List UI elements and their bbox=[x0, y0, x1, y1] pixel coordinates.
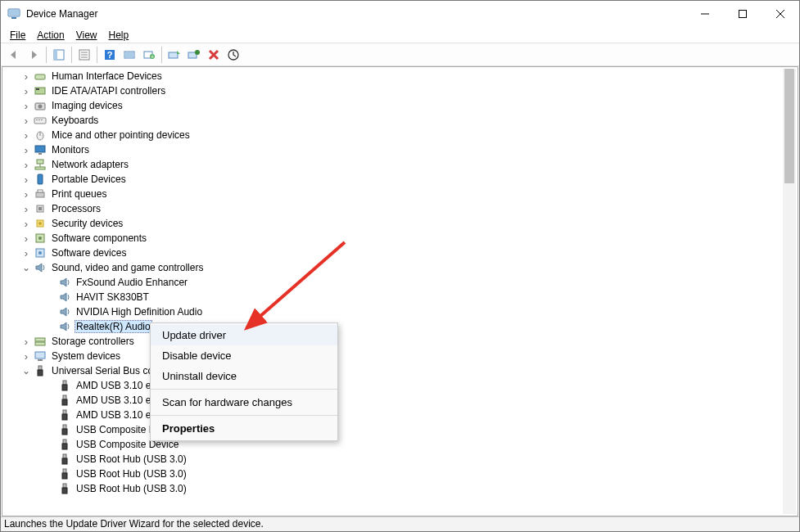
tree-node[interactable]: ›Monitors bbox=[2, 142, 798, 157]
svg-rect-44 bbox=[38, 207, 42, 210]
close-button[interactable] bbox=[762, 1, 799, 27]
expand-icon[interactable]: › bbox=[20, 336, 32, 348]
tree-node-label: NVIDIA High Definition Audio bbox=[75, 306, 204, 318]
device-tree[interactable]: ›Human Interface Devices›IDE ATA/ATAPI c… bbox=[2, 67, 798, 516]
menu-help[interactable]: Help bbox=[103, 28, 135, 43]
tree-node[interactable]: ›Storage controllers bbox=[2, 334, 798, 349]
tree-node[interactable]: ›Keyboards bbox=[2, 113, 798, 128]
expand-icon[interactable]: › bbox=[20, 188, 32, 201]
tree-node[interactable]: AMD USB 3.10 eXtensible Host Controller … bbox=[2, 393, 798, 408]
uninstall-device-button[interactable] bbox=[184, 45, 204, 65]
tree-node[interactable]: ›Mice and other pointing devices bbox=[2, 128, 798, 142]
tree-node[interactable]: ›Print queues bbox=[2, 187, 798, 201]
tree-node[interactable]: HAVIT SK830BT bbox=[2, 290, 798, 304]
tree-node-label: Portable Devices bbox=[50, 174, 128, 185]
svg-rect-61 bbox=[63, 410, 66, 414]
tree-node[interactable]: ›Imaging devices bbox=[2, 98, 798, 113]
tree-node[interactable]: AMD USB 3.10 eXtensible Host Controller … bbox=[2, 378, 798, 393]
tree-node-label: Storage controllers bbox=[50, 336, 136, 347]
tree-node[interactable]: ›System devices bbox=[2, 349, 798, 363]
tree-node[interactable]: ›IDE ATA/ATAPI controllers bbox=[2, 83, 798, 98]
disable-device-button[interactable] bbox=[204, 45, 224, 65]
update-driver-button[interactable] bbox=[165, 45, 184, 65]
monitor-icon bbox=[34, 143, 47, 156]
tree-node[interactable]: ›Security devices bbox=[2, 216, 798, 231]
svg-rect-71 bbox=[63, 484, 66, 488]
maximize-button[interactable] bbox=[724, 1, 762, 27]
context-menu-item[interactable]: Properties bbox=[151, 418, 337, 439]
svg-rect-40 bbox=[38, 174, 43, 184]
expand-icon[interactable]: › bbox=[20, 203, 32, 215]
tree-node-label: Software components bbox=[50, 232, 148, 244]
usb-plug-icon bbox=[58, 438, 71, 451]
expand-icon[interactable]: › bbox=[20, 247, 32, 259]
forward-button[interactable] bbox=[24, 45, 43, 65]
tree-node[interactable]: ›Software devices bbox=[2, 246, 798, 260]
expand-icon[interactable]: › bbox=[20, 350, 32, 363]
tree-node[interactable]: USB Composite Device bbox=[2, 422, 798, 437]
expand-icon[interactable]: › bbox=[20, 159, 32, 171]
properties-button[interactable] bbox=[75, 45, 94, 65]
tree-node[interactable]: NVIDIA High Definition Audio bbox=[2, 304, 798, 319]
minimize-button[interactable] bbox=[686, 1, 724, 27]
expand-icon[interactable]: › bbox=[20, 115, 32, 127]
tree-node[interactable]: Realtek(R) Audio bbox=[2, 319, 798, 334]
tree-node[interactable]: FxSound Audio Enhancer bbox=[2, 275, 798, 290]
expand-icon[interactable]: › bbox=[20, 232, 32, 245]
menu-view[interactable]: View bbox=[70, 28, 103, 43]
menu-file[interactable]: File bbox=[4, 28, 31, 43]
svg-rect-41 bbox=[36, 192, 44, 197]
scan-hardware-button[interactable] bbox=[120, 45, 139, 65]
tree-node[interactable]: ›Software components bbox=[2, 231, 798, 246]
tree-node-label: Network adapters bbox=[50, 159, 130, 170]
svg-rect-54 bbox=[38, 359, 43, 361]
speaker-icon bbox=[58, 291, 71, 304]
tree-node-label: Processors bbox=[50, 203, 102, 214]
tree-node[interactable]: ›Processors bbox=[2, 201, 798, 216]
collapse-icon[interactable]: ⌄ bbox=[20, 262, 32, 273]
help-button[interactable]: ? bbox=[100, 45, 120, 65]
usb-plug-icon bbox=[58, 467, 71, 480]
add-legacy-hardware-button[interactable]: + bbox=[139, 45, 159, 65]
tree-node-label: HAVIT SK830BT bbox=[75, 291, 151, 303]
svg-rect-36 bbox=[38, 153, 42, 155]
expand-icon[interactable]: › bbox=[20, 144, 32, 156]
expand-icon[interactable]: › bbox=[20, 218, 32, 230]
svg-rect-70 bbox=[62, 473, 67, 479]
context-menu-item[interactable]: Uninstall device bbox=[151, 366, 337, 386]
tree-node[interactable]: USB Root Hub (USB 3.0) bbox=[2, 481, 798, 496]
expand-icon[interactable]: › bbox=[20, 85, 32, 97]
tree-node-label: Keyboards bbox=[50, 115, 100, 126]
tree-node[interactable]: ›Network adapters bbox=[2, 157, 798, 172]
menu-action[interactable]: Action bbox=[31, 28, 70, 43]
context-menu-item[interactable]: Update driver bbox=[151, 325, 337, 345]
back-button[interactable] bbox=[4, 45, 24, 65]
collapse-icon[interactable]: ⌄ bbox=[20, 365, 32, 376]
enable-device-button[interactable] bbox=[224, 45, 243, 65]
expand-icon[interactable]: › bbox=[20, 70, 32, 83]
expand-icon[interactable]: › bbox=[20, 174, 32, 186]
tree-node[interactable]: AMD USB 3.10 eXtensible Host Controller … bbox=[2, 408, 798, 422]
svg-rect-37 bbox=[37, 160, 43, 164]
scroll-thumb[interactable] bbox=[784, 69, 794, 183]
usb-plug-icon bbox=[58, 453, 71, 466]
tree-node[interactable]: ⌄Universal Serial Bus controllers bbox=[2, 363, 798, 378]
expand-icon[interactable]: › bbox=[20, 100, 32, 112]
tree-node[interactable]: USB Root Hub (USB 3.0) bbox=[2, 452, 798, 467]
tree-node[interactable]: USB Composite Device bbox=[2, 437, 798, 452]
context-menu-item[interactable]: Scan for hardware changes bbox=[151, 392, 337, 413]
svg-rect-30 bbox=[36, 119, 38, 120]
show-hide-tree-button[interactable] bbox=[49, 45, 69, 65]
context-menu-item[interactable]: Disable device bbox=[151, 345, 337, 366]
expand-icon[interactable]: › bbox=[20, 129, 32, 142]
tree-node-label: Realtek(R) Audio bbox=[75, 320, 152, 333]
sound-icon bbox=[34, 261, 47, 274]
tree-node[interactable]: USB Root Hub (USB 3.0) bbox=[2, 467, 798, 481]
vertical-scrollbar[interactable] bbox=[783, 69, 796, 514]
tree-node[interactable]: ⌄Sound, video and game controllers bbox=[2, 260, 798, 275]
usb-plug-icon bbox=[58, 379, 71, 392]
security-icon bbox=[34, 217, 47, 230]
tree-node[interactable]: ›Portable Devices bbox=[2, 172, 798, 187]
svg-point-48 bbox=[38, 237, 42, 240]
tree-node[interactable]: ›Human Interface Devices bbox=[2, 69, 798, 83]
